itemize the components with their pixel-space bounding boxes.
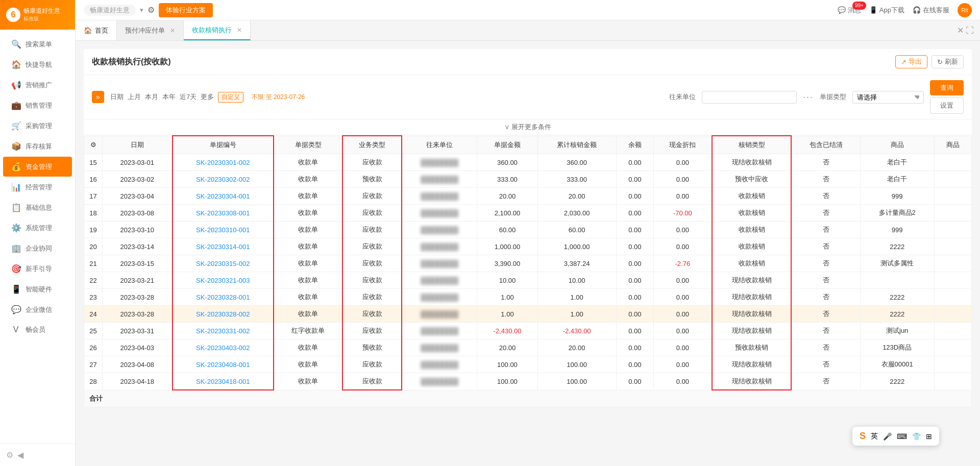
sidebar-item-system[interactable]: ⚙️系统管理 <box>3 218 72 238</box>
row-discount: 0.00 <box>653 339 712 356</box>
row-num: 17 <box>84 188 103 205</box>
maximize-window-icon[interactable]: ⛶ <box>966 26 974 35</box>
sidebar-item-marketing[interactable]: 📢营销推广 <box>3 75 72 95</box>
row-partner: ████████ <box>402 154 477 171</box>
close-tab-payable-icon[interactable]: ✕ <box>170 27 175 34</box>
col-discount[interactable]: 现金折扣 <box>653 136 712 154</box>
close-window-icon[interactable]: ✕ <box>957 26 964 35</box>
bill-no-link[interactable]: SK-20230328-002 <box>196 310 250 318</box>
tab-collection[interactable]: 收款核销执行 ✕ <box>184 20 251 40</box>
col-balance[interactable]: 余额 <box>616 136 653 154</box>
bill-type-select[interactable]: 请选择 <box>852 91 924 104</box>
filter-bar: » 日期 上月 本月 本年 近7天 更多 自定义 不限 至 2023-07-26… <box>84 75 972 119</box>
bill-no-link[interactable]: SK-20230408-001 <box>196 361 250 369</box>
sidebar-item-enterprise[interactable]: 🏢企业协同 <box>3 238 72 258</box>
bill-no-link[interactable]: SK-20230314-001 <box>196 243 250 251</box>
row-bill-no: SK-20230304-001 <box>173 188 274 205</box>
ime-skin-icon[interactable]: 👕 <box>912 432 921 440</box>
col-verify-type[interactable]: 核销类型 <box>712 136 792 154</box>
gear-icon[interactable]: ⚙ <box>148 5 155 15</box>
this-month-link[interactable]: 本月 <box>145 92 158 102</box>
row-num: 27 <box>84 356 103 373</box>
sidebar-item-member[interactable]: V畅会员 <box>3 320 72 339</box>
bill-no-link[interactable]: SK-20230308-001 <box>196 209 250 217</box>
row-product1: 老白干 <box>860 171 934 188</box>
bill-no-link[interactable]: SK-20230328-001 <box>196 293 250 301</box>
bill-no-link[interactable]: SK-20230403-002 <box>196 344 250 352</box>
solution-button[interactable]: 体验行业方案 <box>159 3 213 17</box>
setting-button[interactable]: 设置 <box>930 97 964 114</box>
col-product2[interactable]: 商品 <box>934 136 971 154</box>
this-year-link[interactable]: 本年 <box>162 92 176 102</box>
tab-home[interactable]: 🏠 首页 <box>76 20 117 40</box>
col-bill-type[interactable]: 单据类型 <box>274 136 342 154</box>
bill-no-link[interactable]: SK-20230301-002 <box>196 159 250 166</box>
bill-no-link[interactable]: SK-20230331-002 <box>196 327 250 335</box>
content-wrapper: 收款核销执行(按收款) ↗ 导出 ↻ 刷新 » 日期 上月 <box>84 49 972 407</box>
col-included[interactable]: 包含已结清 <box>791 136 860 154</box>
row-num: 24 <box>84 306 103 323</box>
row-bill-no: SK-20230331-002 <box>173 323 274 339</box>
more-options-dots[interactable]: ··· <box>803 92 814 103</box>
sidebar-item-wechat[interactable]: 💬企业微信 <box>3 300 72 320</box>
col-biz-type[interactable]: 业务类型 <box>342 136 401 154</box>
row-verified: 1.00 <box>537 306 616 323</box>
bill-no-link[interactable]: SK-20230315-002 <box>196 260 250 267</box>
last-month-link[interactable]: 上月 <box>128 92 141 102</box>
col-verified[interactable]: 累计核销金额 <box>537 136 616 154</box>
bill-no-link[interactable]: SK-20230304-001 <box>196 192 250 200</box>
chevron-down-icon[interactable]: ▾ <box>140 6 143 14</box>
ime-text-icon[interactable]: 英 <box>871 432 878 441</box>
sidebar-item-operations[interactable]: 📊经营管理 <box>3 177 72 197</box>
col-product1[interactable]: 商品 <box>860 136 934 154</box>
ime-grid-icon[interactable]: ⊞ <box>926 432 932 440</box>
more-date-link[interactable]: 更多 <box>201 92 214 102</box>
bill-no-link[interactable]: SK-20230418-001 <box>196 378 250 385</box>
row-bill-type: 收款单 <box>274 222 342 238</box>
query-button[interactable]: 查询 <box>930 80 964 95</box>
close-tab-collection-icon[interactable]: ✕ <box>237 27 242 34</box>
row-balance: 0.00 <box>616 339 653 356</box>
refresh-button[interactable]: ↻ 刷新 <box>932 55 964 68</box>
row-biz-type: 应收款 <box>342 323 401 339</box>
sidebar-item-purchase[interactable]: 🛒采购管理 <box>3 116 72 136</box>
app-download-button[interactable]: 📱 App下载 <box>869 6 904 15</box>
message-button[interactable]: 💬 消息 99+ <box>838 6 861 15</box>
bill-no-link[interactable]: SK-20230310-001 <box>196 226 250 234</box>
sidebar-item-hardware[interactable]: 📱智能硬件 <box>3 279 72 299</box>
collapse-icon[interactable]: ◀ <box>17 450 23 460</box>
settings-icon[interactable]: ⚙ <box>6 450 13 460</box>
export-button[interactable]: ↗ 导出 <box>895 55 927 68</box>
bill-no-link[interactable]: SK-20230302-002 <box>196 176 250 183</box>
bill-no-link[interactable]: SK-20230321-003 <box>196 277 250 284</box>
ime-keyboard-icon[interactable]: ⌨ <box>897 432 907 440</box>
row-included: 否 <box>791 154 860 171</box>
sidebar-item-sales[interactable]: 💼销售管理 <box>3 95 72 115</box>
last-7-days-link[interactable]: 近7天 <box>180 92 197 102</box>
user-avatar[interactable]: Rit <box>958 3 972 17</box>
partner-input[interactable] <box>702 91 797 104</box>
sidebar-item-inventory[interactable]: 📦库存核算 <box>3 136 72 156</box>
row-num: 20 <box>84 238 103 255</box>
row-partner: ████████ <box>402 339 477 356</box>
sidebar-item-finance[interactable]: 💰资金管理 <box>3 157 72 177</box>
online-service-button[interactable]: 🎧 在线客服 <box>913 6 949 15</box>
sidebar-item-basic[interactable]: 📋基础信息 <box>3 198 72 217</box>
col-bill-no[interactable]: 单据编号 <box>173 136 274 154</box>
sidebar-item-quicknav[interactable]: 🏠快捷导航 <box>3 55 72 75</box>
col-partner[interactable]: 往来单位 <box>402 136 477 154</box>
ime-mic-icon[interactable]: 🎤 <box>883 432 892 440</box>
expand-more-button[interactable]: ∨ 展开更多条件 <box>504 122 552 132</box>
sidebar-item-search[interactable]: 🔍搜索菜单 <box>3 34 72 54</box>
col-settings[interactable]: ⚙ <box>84 136 103 154</box>
tab-payable[interactable]: 预付冲应付单 ✕ <box>117 20 184 40</box>
custom-date-btn[interactable]: 自定义 <box>218 92 243 103</box>
row-discount: 0.00 <box>653 238 712 255</box>
col-date[interactable]: 日期 <box>103 136 173 154</box>
filter-expand-button[interactable]: » <box>92 91 104 103</box>
row-biz-type: 应收款 <box>342 272 401 289</box>
row-num: 19 <box>84 222 103 238</box>
sidebar-item-guide[interactable]: 🎯新手引导 <box>3 259 72 279</box>
sidebar-label-finance: 资金管理 <box>26 162 52 171</box>
col-amount[interactable]: 单据金额 <box>477 136 537 154</box>
